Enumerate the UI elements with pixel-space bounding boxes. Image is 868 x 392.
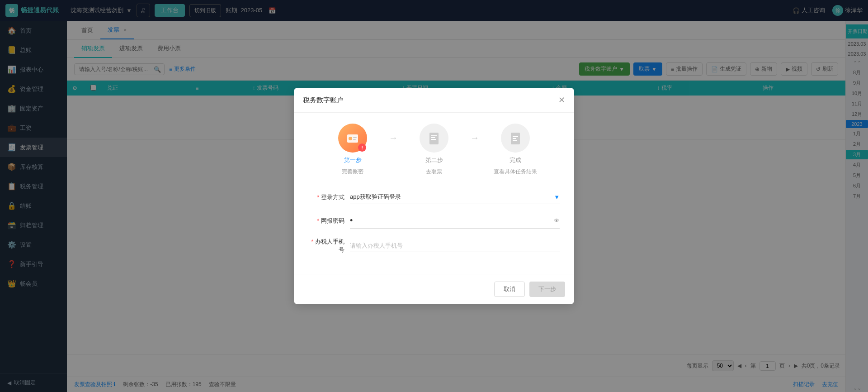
step-3-desc: 查看具体任务结果 [494,168,537,176]
steps-container: ! 第一步 完善账密 → [308,124,560,176]
tax-digital-modal: 税务数字账户 ✕ ! 第一步 [294,88,574,304]
id-card-icon [345,131,360,145]
login-method-select[interactable]: app获取验证码登录 ▼ [350,190,560,204]
step-3-title: 完成 [509,156,521,164]
complete-step-icon [508,131,523,145]
svg-rect-4 [429,133,439,144]
svg-rect-6 [431,137,435,138]
form-item-login-method: * 登录方式 app获取验证码登录 ▼ [308,190,560,204]
modal-header: 税务数字账户 ✕ [294,88,574,113]
step-2-icon [420,124,448,153]
step-arrow-1: → [389,133,398,143]
modal-close-button[interactable]: ✕ [558,95,565,105]
svg-rect-3 [353,139,356,140]
cancel-button[interactable]: 取消 [494,282,525,297]
step-2-title: 第二步 [425,156,443,164]
step-2-desc: 去取票 [426,168,442,176]
invoice-step-icon [427,131,441,145]
step-3-icon [501,124,530,153]
required-mark-3: * [311,238,313,245]
password-field: • 👁 [350,213,560,229]
required-mark-2: * [317,217,319,224]
modal-footer: 取消 下一步 [294,274,574,304]
svg-rect-7 [431,139,436,140]
step-1: ! 第一步 完善账密 [316,124,389,176]
eye-toggle-icon[interactable]: 👁 [554,217,560,224]
next-step-button[interactable]: 下一步 [529,282,565,297]
modal-body: ! 第一步 完善账密 → [294,113,574,274]
form-item-password: * 网报密码 • 👁 [308,213,560,229]
form-item-phone: * 办税人手机号 [308,238,560,254]
step-2: 第二步 去取票 [398,124,470,176]
login-method-label: * 登录方式 [308,193,344,201]
svg-rect-2 [353,137,357,138]
password-dots: • [350,216,354,225]
modal-title: 税务数字账户 [303,96,344,105]
modal-overlay: 税务数字账户 ✕ ! 第一步 [0,0,868,392]
svg-rect-5 [431,135,437,136]
svg-point-1 [349,137,352,140]
step-1-desc: 完善账密 [342,168,363,176]
step-1-badge: ! [358,143,366,152]
select-arrow-icon: ▼ [554,194,560,201]
step-arrow-2: → [470,133,479,143]
phone-input[interactable] [350,239,560,252]
step-1-title: 第一步 [344,156,362,164]
step-3: 完成 查看具体任务结果 [479,124,552,176]
required-mark: * [317,194,319,201]
password-label: * 网报密码 [308,217,344,225]
phone-label: * 办税人手机号 [308,238,344,254]
step-1-icon: ! [338,124,367,153]
